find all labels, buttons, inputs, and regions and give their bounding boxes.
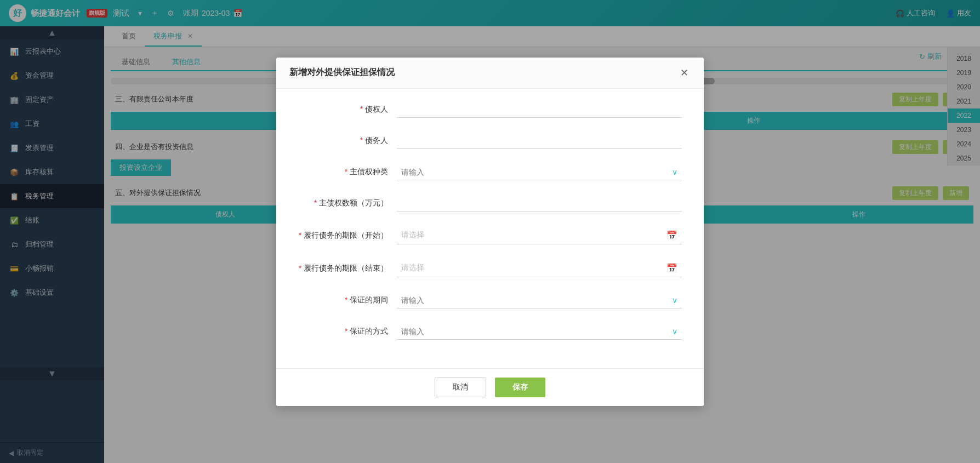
date-wrap-lvxingjieshurq: 请选择 📅: [397, 260, 682, 277]
required-star: *: [299, 231, 301, 239]
form-row-zhuzhaiquanshu: * 主债权数额（万元）: [298, 196, 682, 212]
form-row-zhaiquanren: * 债权人: [298, 102, 682, 118]
label-baozhengfangshi: * 保证的方式: [298, 327, 397, 336]
date-placeholder-end: 请选择: [401, 263, 666, 273]
chevron-down-icon-3[interactable]: ∨: [672, 327, 677, 336]
label-zhaiwuren: * 债务人: [298, 136, 397, 146]
select-input-baozhengfangshi[interactable]: [401, 327, 672, 336]
required-star: *: [360, 136, 363, 145]
required-star: *: [345, 167, 347, 176]
modal-header: 新增对外提供保证担保情况 ✕: [276, 58, 704, 89]
form-row-baozhengqijian: * 保证的期间 ∨: [298, 293, 682, 308]
modal-title: 新增对外提供保证担保情况: [289, 67, 395, 78]
save-button[interactable]: 保存: [495, 378, 545, 397]
form-row-lvxingjieshurq: * 履行债务的期限（结束） 请选择 📅: [298, 260, 682, 277]
required-star: *: [345, 295, 347, 304]
modal-dialog: 新增对外提供保证担保情况 ✕ * 债权人 * 债务人: [276, 58, 704, 406]
date-placeholder-start: 请选择: [401, 230, 666, 240]
input-zhaiquanren[interactable]: [397, 102, 682, 118]
form-row-lvxingkaishrq: * 履行债务的期限（开始） 请选择 📅: [298, 227, 682, 244]
label-lvxingkaishrq: * 履行债务的期限（开始）: [298, 231, 397, 241]
required-star: *: [299, 264, 301, 272]
calendar-end-icon[interactable]: 📅: [666, 263, 677, 273]
label-zhuzhaiquanzhonglei: * 主债权种类: [298, 167, 397, 177]
form-row-baozhengfangshi: * 保证的方式 ∨: [298, 324, 682, 340]
select-wrap-zhuzhaiquanzhonglei: ∨: [397, 164, 682, 180]
required-star: *: [314, 198, 317, 207]
modal-overlay: 新增对外提供保证担保情况 ✕ * 债权人 * 债务人: [0, 0, 980, 463]
form-row-zhuzhaiquanzhonglei: * 主债权种类 ∨: [298, 164, 682, 180]
chevron-down-icon[interactable]: ∨: [672, 168, 677, 176]
label-zhuzhaiquanshu: * 主债权数额（万元）: [298, 198, 397, 208]
select-wrap-baozhengqijian: ∨: [397, 293, 682, 308]
required-star: *: [360, 105, 363, 113]
label-lvxingjieshurq: * 履行债务的期限（结束）: [298, 264, 397, 273]
select-input-baozhengqijian[interactable]: [401, 296, 672, 305]
select-input-zhuzhaiquanzhonglei[interactable]: [401, 168, 672, 176]
modal-close-button[interactable]: ✕: [677, 66, 691, 79]
required-star: *: [345, 327, 347, 335]
chevron-down-icon-2[interactable]: ∨: [672, 296, 677, 305]
modal-body: * 债权人 * 债务人 * 主债权种类: [276, 89, 704, 368]
modal-footer: 取消 保存: [276, 368, 704, 406]
input-zhuzhaiquanshu[interactable]: [397, 196, 682, 212]
cancel-button[interactable]: 取消: [435, 378, 486, 397]
form-row-zhaiwuren: * 债务人: [298, 133, 682, 149]
date-wrap-lvxingkaishrq: 请选择 📅: [397, 227, 682, 244]
input-zhaiwuren[interactable]: [397, 133, 682, 149]
label-zhaiquanren: * 债权人: [298, 105, 397, 115]
calendar-start-icon[interactable]: 📅: [666, 230, 677, 241]
select-wrap-baozhengfangshi: ∨: [397, 324, 682, 340]
label-baozhengqijian: * 保证的期间: [298, 295, 397, 305]
